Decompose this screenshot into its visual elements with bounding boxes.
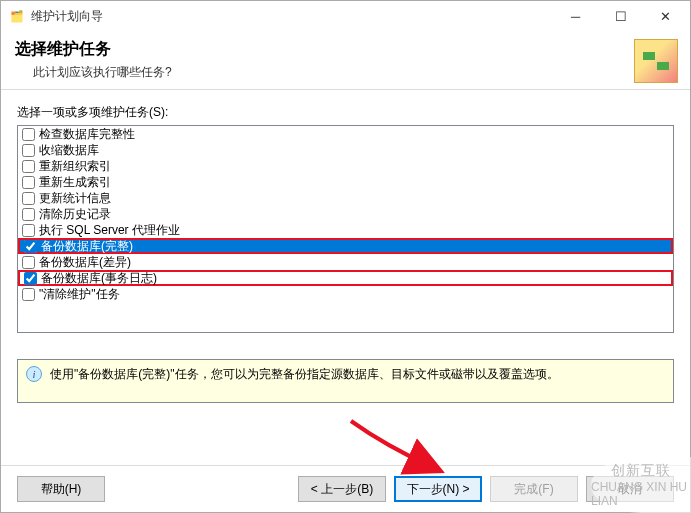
task-item[interactable]: 备份数据库(完整)	[18, 238, 673, 254]
wizard-window: 🗂️ 维护计划向导 ─ ☐ ✕ 选择维护任务 此计划应该执行哪些任务? 选择一项…	[0, 0, 691, 513]
content-area: 选择一项或多项维护任务(S): 检查数据库完整性收缩数据库重新组织索引重新生成索…	[1, 90, 690, 465]
task-list-label: 选择一项或多项维护任务(S):	[17, 104, 674, 121]
task-label: 检查数据库完整性	[39, 126, 135, 142]
task-label: 备份数据库(完整)	[41, 238, 133, 254]
wizard-header: 选择维护任务 此计划应该执行哪些任务?	[1, 31, 690, 90]
task-label: 收缩数据库	[39, 142, 99, 158]
window-title: 维护计划向导	[31, 8, 553, 25]
task-checkbox[interactable]	[22, 192, 35, 205]
task-checkbox[interactable]	[24, 272, 37, 285]
task-item[interactable]: 更新统计信息	[18, 190, 673, 206]
task-checkbox[interactable]	[22, 128, 35, 141]
close-button[interactable]: ✕	[643, 2, 688, 30]
hint-text: 使用"备份数据库(完整)"任务，您可以为完整备份指定源数据库、目标文件或磁带以及…	[50, 366, 559, 383]
titlebar: 🗂️ 维护计划向导 ─ ☐ ✕	[1, 1, 690, 31]
task-label: 执行 SQL Server 代理作业	[39, 222, 180, 238]
next-button[interactable]: 下一步(N) >	[394, 476, 482, 502]
task-item[interactable]: "清除维护"任务	[18, 286, 673, 302]
hint-panel: i 使用"备份数据库(完整)"任务，您可以为完整备份指定源数据库、目标文件或磁带…	[17, 359, 674, 403]
task-label: 备份数据库(差异)	[39, 254, 131, 270]
task-checkbox[interactable]	[24, 240, 37, 253]
task-checkbox[interactable]	[22, 176, 35, 189]
task-checkbox[interactable]	[22, 144, 35, 157]
task-label: 更新统计信息	[39, 190, 111, 206]
task-checkbox[interactable]	[22, 256, 35, 269]
back-button[interactable]: < 上一步(B)	[298, 476, 386, 502]
task-item[interactable]: 重新组织索引	[18, 158, 673, 174]
task-item[interactable]: 重新生成索引	[18, 174, 673, 190]
task-label: "清除维护"任务	[39, 286, 120, 302]
wizard-icon	[634, 39, 678, 83]
footer: 帮助(H) < 上一步(B) 下一步(N) > 完成(F) 取消	[1, 465, 690, 512]
task-item[interactable]: 收缩数据库	[18, 142, 673, 158]
task-item[interactable]: 检查数据库完整性	[18, 126, 673, 142]
task-item[interactable]: 备份数据库(差异)	[18, 254, 673, 270]
task-item[interactable]: 清除历史记录	[18, 206, 673, 222]
task-checkbox[interactable]	[22, 224, 35, 237]
task-checkbox[interactable]	[22, 288, 35, 301]
page-title: 选择维护任务	[15, 39, 626, 60]
task-checkbox[interactable]	[22, 160, 35, 173]
page-subtitle: 此计划应该执行哪些任务?	[15, 64, 626, 81]
finish-button: 完成(F)	[490, 476, 578, 502]
task-label: 清除历史记录	[39, 206, 111, 222]
task-item[interactable]: 备份数据库(事务日志)	[18, 270, 673, 286]
help-button[interactable]: 帮助(H)	[17, 476, 105, 502]
app-icon: 🗂️	[9, 8, 25, 24]
task-label: 重新组织索引	[39, 158, 111, 174]
maximize-button[interactable]: ☐	[598, 2, 643, 30]
info-icon: i	[26, 366, 42, 382]
task-list[interactable]: 检查数据库完整性收缩数据库重新组织索引重新生成索引更新统计信息清除历史记录执行 …	[17, 125, 674, 333]
minimize-button[interactable]: ─	[553, 2, 598, 30]
task-label: 重新生成索引	[39, 174, 111, 190]
cancel-button[interactable]: 取消	[586, 476, 674, 502]
task-item[interactable]: 执行 SQL Server 代理作业	[18, 222, 673, 238]
task-label: 备份数据库(事务日志)	[41, 270, 157, 286]
task-checkbox[interactable]	[22, 208, 35, 221]
